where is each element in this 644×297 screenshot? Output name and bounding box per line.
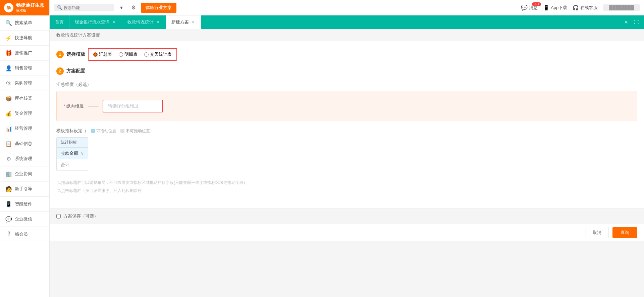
tip-item-2: 2.点击标题栏下拉可设置排序、插入列和删除列 <box>56 187 637 195</box>
sidebar-item-search-menu[interactable]: 🔍 搜索菜单 <box>0 15 49 31</box>
save-label[interactable]: 方案保存（可选） <box>63 213 98 219</box>
breadcrumb: 收款情况统计方案设置 <box>50 29 644 41</box>
radio-detail-label: 明细表 <box>124 51 138 57</box>
tab-home[interactable]: 首页 <box>50 15 69 29</box>
stats-col1-cell[interactable]: 收款金额 ∨ <box>57 148 88 159</box>
tab-new-plan-close[interactable]: × <box>191 20 196 24</box>
save-section: 方案保存（可选） <box>50 208 644 224</box>
sidebar-item-label: 企业微信 <box>15 216 32 222</box>
tab-collection-stats[interactable]: 收款情况统计 × <box>122 15 166 29</box>
sidebar-item-label: 系统管理 <box>15 156 32 162</box>
marketing-icon: 🎁 <box>5 50 12 56</box>
trial-btn[interactable]: 体验行业方案 <box>141 3 176 13</box>
message-btn[interactable]: 💬 消息 99+ <box>521 4 538 11</box>
radio-summary[interactable]: 汇总表 <box>93 51 112 57</box>
corp-icon: 🏢 <box>5 170 12 177</box>
quick-nav-icon: ⚡ <box>5 35 12 41</box>
dim-arrow: —— <box>88 103 99 109</box>
topbar-search-box[interactable]: 🔍 <box>54 4 114 11</box>
sidebar-item-quick-nav[interactable]: ⚡ 快捷导航 <box>0 31 49 46</box>
message-badge: 99+ <box>532 2 541 6</box>
step2-title: 方案配置 <box>66 68 85 74</box>
sidebar-item-purchase[interactable]: 🛍 采购管理 <box>0 76 49 91</box>
dim-required-mark: * 纵向维度 <box>63 103 84 109</box>
sidebar-item-label: 新手引导 <box>15 186 32 192</box>
step2-num: 2 <box>56 67 64 75</box>
tab-close-icon[interactable]: ✕ <box>623 18 630 26</box>
tip-item-1: 1.拖动标题栏可以调整布局，不可跨维度或指标区域拖动栏目字段(只能在同一维度或指… <box>56 179 637 187</box>
sidebar-item-operation[interactable]: 📊 经营管理 <box>0 121 49 136</box>
content-area: 收款情况统计方案设置 1 选择模板 汇总表 明细表 <box>50 29 644 297</box>
tab-bank-flow[interactable]: 现金银行流水查询 × <box>69 15 122 29</box>
wechat-icon: 💬 <box>5 216 12 222</box>
radio-detail[interactable]: 明细表 <box>119 51 138 57</box>
radio-cross[interactable]: 交叉统计表 <box>144 51 172 57</box>
topbar-right: 💬 消息 99+ 📱 App下载 🎧 在线客服 ████████ <box>521 4 640 11</box>
radio-detail-input[interactable] <box>119 52 123 57</box>
smart-hw-icon: 📱 <box>5 201 12 207</box>
step2-section: 2 方案配置 汇总维度（必选） * 纵向维度 —— 请选择分组维度 <box>56 67 637 195</box>
footer-bar: 取消 查询 <box>50 224 644 241</box>
download-btn[interactable]: 📱 App下载 <box>543 5 567 11</box>
summary-dim-title: 汇总维度（必选） <box>56 82 637 88</box>
sidebar-item-member[interactable]: 🎖 畅会员 <box>0 227 49 242</box>
logo-title: 畅捷通好生意 <box>16 2 44 8</box>
search-input[interactable] <box>64 5 107 10</box>
sidebar-item-label: 库存核算 <box>15 95 32 101</box>
stats-col1-text: 收款金额 <box>61 150 78 156</box>
legend-draggable-item: 可拖动位置 <box>91 128 116 134</box>
sidebar-item-corp[interactable]: 🏢 企业协同 <box>0 166 49 182</box>
username-display[interactable]: ████████ <box>603 5 640 10</box>
cancel-button[interactable]: 取消 <box>586 227 608 238</box>
dimension-area: * 纵向维度 —— 请选择分组维度 <box>56 91 637 121</box>
download-icon: 📱 <box>543 5 549 11</box>
query-button[interactable]: 查询 <box>612 227 637 238</box>
sidebar-item-finance[interactable]: 💰 资金管理 <box>0 106 49 121</box>
radio-summary-input[interactable] <box>93 52 98 57</box>
sidebar-item-system[interactable]: ⚙ 系统管理 <box>0 151 49 166</box>
legend-fixed-item: 不可拖动位置） <box>120 128 154 134</box>
radio-cross-label: 交叉统计表 <box>150 51 172 57</box>
sidebar-item-label: 采购管理 <box>15 80 32 86</box>
logo-text-block: 畅捷通好生意 标准版 <box>16 2 44 13</box>
sidebar-logo: 畅 畅捷通好生意 标准版 <box>0 0 49 15</box>
operation-icon: 📊 <box>5 125 12 132</box>
sidebar-item-label: 畅会员 <box>15 231 28 237</box>
main-area: 🔍 ▾ ⚙ 体验行业方案 💬 消息 99+ 📱 App下载 🎧 在线客服 ███… <box>50 0 644 297</box>
legend-fixed-label: 不可拖动位置） <box>126 128 154 134</box>
sidebar-item-marketing[interactable]: 🎁 营销推广 <box>0 46 49 61</box>
download-label: App下载 <box>551 5 567 11</box>
tab-maximize-icon[interactable]: ⛶ <box>633 18 640 26</box>
topbar: 🔍 ▾ ⚙ 体验行业方案 💬 消息 99+ 📱 App下载 🎧 在线客服 ███… <box>50 0 644 15</box>
stats-table: 统计指标 收款金额 ∨ 合计 <box>56 137 88 171</box>
settings-icon[interactable]: ⚙ <box>129 3 138 12</box>
legend-fixed-dot <box>120 129 124 133</box>
sidebar-item-label: 企业协同 <box>15 171 32 177</box>
sidebar: 畅 畅捷通好生意 标准版 🔍 搜索菜单 ⚡ 快捷导航 🎁 营销推广 👤 销售管理… <box>0 0 50 297</box>
dropdown-icon[interactable]: ▾ <box>117 3 126 12</box>
sidebar-item-smart-hw[interactable]: 📱 智能硬件 <box>0 197 49 212</box>
save-checkbox[interactable] <box>56 214 61 218</box>
stats-col1-arrow: ∨ <box>81 151 84 156</box>
tab-bank-flow-close[interactable]: × <box>112 20 116 24</box>
sidebar-item-label: 营销推广 <box>15 50 32 56</box>
search-menu-icon: 🔍 <box>5 19 12 26</box>
step1-title: 选择模板 <box>66 51 85 57</box>
radio-summary-label: 汇总表 <box>99 51 112 57</box>
tab-collection-stats-label: 收款情况统计 <box>127 19 154 25</box>
service-btn[interactable]: 🎧 在线客服 <box>573 5 598 11</box>
stats-header: 统计指标 <box>57 138 88 148</box>
sidebar-item-wechat[interactable]: 💬 企业微信 <box>0 212 49 227</box>
sidebar-item-inventory[interactable]: 📦 库存核算 <box>0 91 49 106</box>
dim-placeholder: 请选择分组维度 <box>108 103 139 108</box>
sidebar-item-newbie[interactable]: 🧑 新手引导 <box>0 182 49 197</box>
stats-col2-text: 合计 <box>61 162 69 167</box>
radio-cross-input[interactable] <box>144 52 149 57</box>
tab-collection-stats-close[interactable]: × <box>156 20 160 24</box>
form-section: 1 选择模板 汇总表 明细表 交叉统计表 <box>50 41 644 208</box>
logo-badge: 标准版 <box>16 8 44 13</box>
dim-select-box[interactable]: 请选择分组维度 <box>103 100 163 112</box>
sidebar-item-sales[interactable]: 👤 销售管理 <box>0 61 49 76</box>
tab-new-plan[interactable]: 新建方案 × <box>166 15 201 29</box>
sidebar-item-basic-info[interactable]: 📋 基础信息 <box>0 136 49 151</box>
